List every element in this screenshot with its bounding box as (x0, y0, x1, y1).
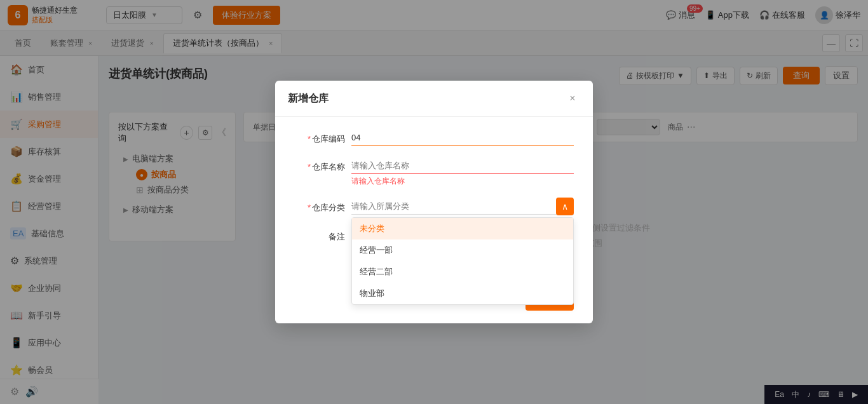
category-field: ∧ 未分类 经营一部 经营二部 物业部 (351, 198, 574, 215)
name-field: 请输入仓库名称 (351, 158, 574, 187)
code-input[interactable] (351, 130, 574, 146)
form-row-category: *仓库分类 ∧ 未分类 经营一部 经营二部 物业部 (294, 198, 574, 215)
form-row-name: *仓库名称 请输入仓库名称 (294, 158, 574, 187)
dropdown-option-0[interactable]: 未分类 (352, 218, 573, 239)
category-label: *仓库分类 (294, 198, 345, 213)
code-label: *仓库编码 (294, 130, 345, 145)
modal-close-btn[interactable]: × (565, 91, 580, 106)
name-label: *仓库名称 (294, 158, 345, 173)
modal-overlay[interactable]: 新增仓库 × *仓库编码 *仓库名称 请输入仓库名称 (0, 0, 868, 404)
category-dropdown-arrow[interactable]: ∧ (556, 198, 574, 215)
modal-header: 新增仓库 × (275, 81, 593, 117)
name-error-msg: 请输入仓库名称 (351, 176, 574, 187)
modal-new-warehouse: 新增仓库 × *仓库编码 *仓库名称 请输入仓库名称 (275, 81, 593, 323)
dropdown-option-3[interactable]: 物业部 (352, 283, 573, 304)
dropdown-option-1[interactable]: 经营一部 (352, 239, 573, 261)
category-dropdown-list: 未分类 经营一部 经营二部 物业部 (351, 217, 574, 305)
modal-title: 新增仓库 (288, 92, 329, 105)
code-field (351, 130, 574, 146)
notes-label: 备注 (294, 226, 345, 243)
category-dropdown: ∧ 未分类 经营一部 经营二部 物业部 (351, 198, 574, 215)
name-input[interactable] (351, 158, 574, 174)
dropdown-option-2[interactable]: 经营二部 (352, 261, 573, 283)
form-row-code: *仓库编码 (294, 130, 574, 146)
modal-body: *仓库编码 *仓库名称 请输入仓库名称 *仓库分类 (275, 117, 593, 284)
category-input[interactable] (351, 198, 574, 215)
